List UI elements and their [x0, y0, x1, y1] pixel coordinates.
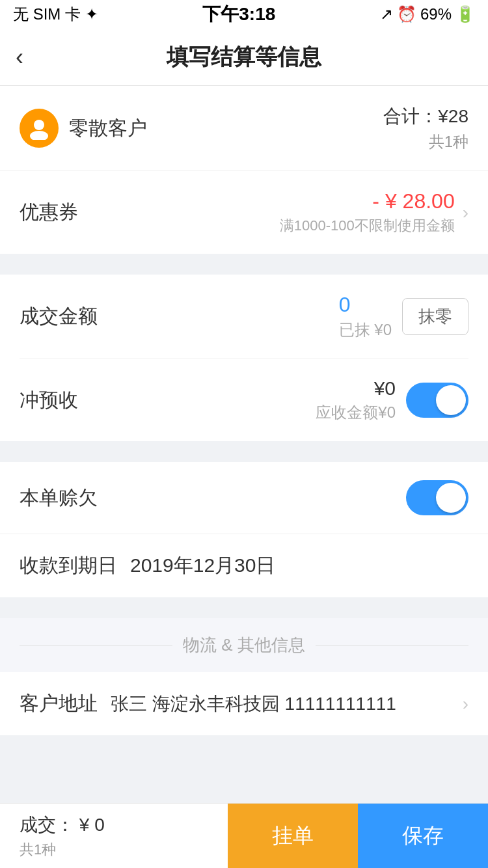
due-date-label: 收款到期日: [20, 552, 117, 579]
prepay-value: ¥0: [316, 377, 396, 400]
round-button[interactable]: 抹零: [402, 298, 468, 335]
location-icon: ↗: [380, 5, 393, 23]
debt-toggle[interactable]: [406, 480, 468, 515]
transaction-section: 成交金额 0 已抹 ¥0 抹零 冲预收 ¥0 应收金额¥0: [0, 275, 488, 441]
address-chevron-icon: ›: [463, 694, 468, 714]
prepay-right: ¥0 应收金额¥0: [316, 377, 468, 423]
customer-name: 零散客户: [69, 115, 147, 142]
customer-section: 零散客户 合计：¥28 共1种 优惠券 - ¥ 28.00 满1000-100不…: [0, 86, 488, 254]
alarm-icon: ⏰: [397, 5, 416, 23]
hang-sale-button[interactable]: 挂单: [228, 804, 358, 868]
divider-2: [0, 452, 488, 462]
prepay-sub: 应收金额¥0: [316, 402, 396, 423]
coupon-discount: - ¥ 28.00: [280, 189, 455, 213]
address-section: 客户地址 张三 海淀永丰科技园 11111111111 ›: [0, 672, 488, 735]
debt-section: 本单赊欠 收款到期日 2019年12月30日: [0, 462, 488, 597]
page-title: 填写结算等信息: [167, 42, 321, 72]
chevron-right-icon: ›: [463, 202, 468, 223]
coupon-right: - ¥ 28.00 满1000-100不限制使用金额 ›: [280, 189, 468, 236]
bottom-summary: 成交： ¥ 0 共1种: [0, 804, 228, 868]
due-date-value: 2019年12月30日: [130, 552, 275, 579]
transaction-amount-sub: 已抹 ¥0: [339, 319, 392, 340]
bottom-deal-label: 成交：: [20, 815, 74, 835]
customer-right: 合计：¥28 共1种: [383, 104, 468, 152]
coupon-label: 优惠券: [20, 199, 78, 226]
prepay-label: 冲预收: [20, 387, 78, 414]
address-value: 张三 海淀永丰科技园 11111111111: [111, 692, 463, 716]
transaction-amount-row: 成交金额 0 已抹 ¥0 抹零: [20, 275, 468, 359]
due-date-row: 收款到期日 2019年12月30日: [0, 534, 488, 597]
sim-status: 无 SIM 卡 ✦: [13, 4, 98, 25]
customer-total: 合计：¥28: [383, 104, 468, 129]
prepay-toggle[interactable]: [406, 383, 468, 418]
bottom-bar: 成交： ¥ 0 共1种 挂单 保存: [0, 803, 488, 868]
customer-count: 共1种: [383, 131, 468, 152]
transaction-amount-value[interactable]: 0: [339, 293, 392, 317]
transaction-amount-right: 0 已抹 ¥0 抹零: [339, 293, 468, 340]
address-row[interactable]: 客户地址 张三 海淀永丰科技园 11111111111 ›: [0, 672, 488, 735]
battery-icon: 🔋: [455, 5, 475, 23]
save-button[interactable]: 保存: [358, 804, 488, 868]
transaction-amount-label: 成交金额: [20, 303, 98, 330]
bottom-summary-top: 成交： ¥ 0: [20, 813, 208, 837]
customer-left: 零散客户: [20, 109, 147, 148]
debt-label: 本单赊欠: [20, 485, 98, 511]
svg-point-1: [30, 131, 48, 140]
status-right: ↗ ⏰ 69% 🔋: [380, 5, 475, 23]
status-bar: 无 SIM 卡 ✦ 下午3:18 ↗ ⏰ 69% 🔋: [0, 0, 488, 29]
status-left: 无 SIM 卡 ✦: [13, 4, 98, 25]
address-label: 客户地址: [20, 690, 98, 717]
logistics-divider: 物流 & 其他信息: [20, 634, 468, 657]
nav-bar: ‹ 填写结算等信息: [0, 29, 488, 86]
coupon-desc: 满1000-100不限制使用金额: [280, 216, 455, 236]
bottom-deal-value: ¥ 0: [79, 815, 105, 835]
prepay-row: 冲预收 ¥0 应收金额¥0: [20, 359, 468, 441]
customer-row: 零散客户 合计：¥28 共1种: [0, 86, 488, 170]
avatar: [20, 109, 59, 148]
coupon-row[interactable]: 优惠券 - ¥ 28.00 满1000-100不限制使用金额 ›: [0, 170, 488, 254]
battery-level: 69%: [420, 5, 452, 23]
status-time: 下午3:18: [202, 2, 275, 27]
bottom-summary-count: 共1种: [20, 840, 208, 860]
logistics-section: 物流 & 其他信息: [0, 618, 488, 672]
back-button[interactable]: ‹: [16, 44, 23, 71]
coupon-details: - ¥ 28.00 满1000-100不限制使用金额: [280, 189, 455, 236]
logistics-title: 物流 & 其他信息: [183, 634, 305, 657]
divider-1: [0, 264, 488, 275]
divider-3: [0, 608, 488, 618]
debt-row: 本单赊欠: [0, 462, 488, 534]
svg-point-0: [34, 120, 44, 130]
